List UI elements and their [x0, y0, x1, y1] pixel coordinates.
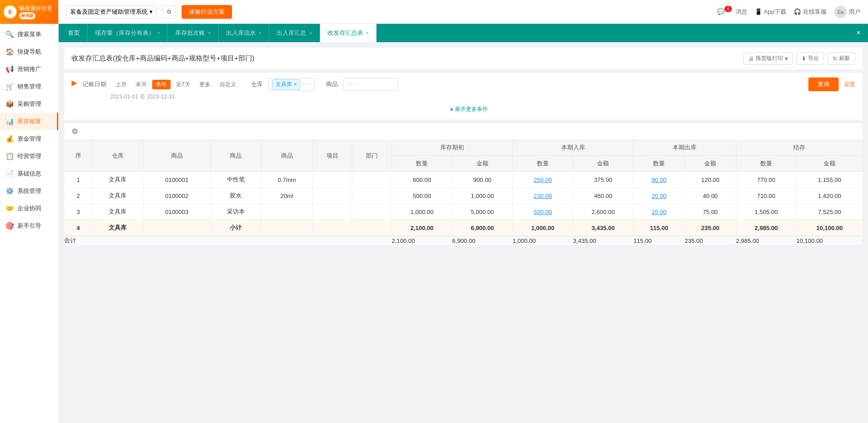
sidebar-item-marketing[interactable]: 📢 营销推广: [0, 60, 58, 78]
footer-out-qty: 115.00: [633, 236, 685, 245]
filter-collapse-arrow[interactable]: ▶: [72, 78, 77, 87]
cell-goods-spec: [261, 220, 313, 236]
cell-out-qty[interactable]: 80.00: [633, 172, 685, 188]
cell-balance-amt: 1,155.00: [796, 172, 862, 188]
finance-icon: 💰: [6, 135, 14, 143]
date-range-display: 2023-01-01 至 2023-12-31: [110, 93, 175, 100]
sidebar-item-purchase[interactable]: 📦 采购管理: [0, 95, 58, 113]
notification-count: 6: [724, 6, 732, 12]
table-settings-icon[interactable]: ⚙: [72, 127, 78, 136]
footer-balance-amt: 10,100.00: [796, 236, 862, 245]
sidebar-item-basic-info[interactable]: 📄 基础信息: [0, 165, 58, 182]
cell-goods-code: 0100003: [143, 204, 210, 220]
system-selector[interactable]: 装备及固定资产辅助管理系统 ▾: [66, 5, 157, 18]
date-tab-last-month[interactable]: 上月: [112, 80, 130, 89]
data-table: 序 仓库 商品 商品 商品 项目 部门 库存期初 本期入库 本期出库 结存 数量: [64, 140, 862, 245]
th-goods-code: 商品: [143, 140, 210, 172]
tab-inout-summary-close[interactable]: ×: [309, 30, 312, 36]
sidebar-item-inventory[interactable]: 📊 库存核算: [0, 113, 58, 130]
sidebar-item-enterprise-label: 企业协同: [17, 204, 41, 213]
th-goods-name: 商品: [210, 140, 261, 172]
sidebar-item-sales[interactable]: 🛒 销售管理: [0, 78, 58, 95]
sidebar-item-enterprise[interactable]: 🤝 企业协同: [0, 200, 58, 217]
cell-out-qty[interactable]: 15.00: [633, 204, 685, 220]
date-tab-this-month[interactable]: 本月: [132, 80, 150, 89]
warehouse-tag-remove[interactable]: ×: [294, 81, 297, 88]
marketing-icon: 📢: [6, 65, 14, 73]
cell-opening-amt: 900.00: [452, 172, 513, 188]
settings-link[interactable]: 设置: [844, 81, 855, 88]
topbar-settings-button[interactable]: ⚙: [162, 5, 176, 19]
tab-batch-ledger-label: 库存批次账: [175, 29, 205, 37]
tab-receive-send-summary[interactable]: 收发存汇总表 ×: [320, 24, 376, 42]
print-chevron-icon: ▾: [785, 55, 788, 62]
date-tab-7days[interactable]: 近7天: [172, 80, 194, 89]
expand-conditions-button[interactable]: ▾ 展开更多条件: [448, 104, 490, 115]
sidebar-item-guide[interactable]: 🎯 新手引导: [0, 217, 58, 235]
purchase-icon: 📦: [6, 100, 14, 108]
cell-goods-name: 中性笔: [210, 172, 261, 188]
tab-inventory-dist-close[interactable]: ×: [157, 30, 160, 36]
sidebar-item-operations[interactable]: 📋 经营管理: [0, 148, 58, 165]
sidebar-item-search[interactable]: 🔍 搜索菜单: [0, 26, 58, 43]
cell-goods-spec: 0.7mm: [261, 172, 313, 188]
tab-inventory-dist-label: 现存量（库存分布表）: [95, 29, 155, 37]
export-button[interactable]: ⬇ 导出: [796, 52, 824, 65]
refresh-button[interactable]: ↻ 刷新: [828, 52, 855, 65]
sidebar-item-sales-label: 销售管理: [17, 82, 41, 91]
footer-balance-qty: 2,985.00: [736, 236, 796, 245]
trial-button[interactable]: 体验行业方案: [182, 5, 232, 19]
tab-home[interactable]: 首页: [61, 24, 88, 42]
th-in-group: 本期入库: [513, 140, 634, 156]
cell-balance-qty: 710.00: [736, 188, 796, 204]
tab-batch-ledger[interactable]: 库存批次账 ×: [168, 24, 218, 42]
cell-out-qty[interactable]: 20.00: [633, 188, 685, 204]
th-out-qty: 数量: [633, 156, 685, 172]
sidebar-item-finance[interactable]: 💰 资金管理: [0, 130, 58, 148]
sidebar-item-quick-nav[interactable]: 🏠 快捷导航: [0, 43, 58, 60]
cell-goods-code: 0100001: [143, 172, 210, 188]
tab-inventory-dist[interactable]: 现存量（库存分布表） ×: [88, 24, 168, 42]
warehouse-more-dots[interactable]: ···: [302, 80, 311, 88]
date-tab-custom[interactable]: 自定义: [216, 80, 240, 89]
table-toolbar: ⚙: [64, 123, 862, 140]
notification-item[interactable]: 💬 6 消息: [717, 8, 747, 16]
sidebar-item-quick-nav-label: 快捷导航: [17, 48, 41, 56]
footer-in-amt: 3,435.00: [573, 236, 634, 245]
query-button[interactable]: 查询: [808, 77, 839, 91]
th-balance-qty: 数量: [736, 156, 796, 172]
cell-in-qty[interactable]: 1,000.00: [513, 220, 573, 236]
cell-serial: 2: [64, 188, 93, 204]
user-item[interactable]: Ea 用户: [834, 5, 861, 18]
cell-goods-spec: 20ml: [261, 188, 313, 204]
tab-inout-flow[interactable]: 出入库流水 ×: [219, 24, 269, 42]
goods-more-dots[interactable]: ···: [348, 80, 356, 88]
tab-inout-flow-close[interactable]: ×: [259, 30, 261, 36]
cell-goods-name: 胶水: [210, 188, 261, 204]
avatar: Ea: [834, 5, 847, 18]
search-icon: 🔍: [6, 30, 14, 38]
warehouse-tag: 文具库 ×: [272, 79, 300, 90]
online-service-item[interactable]: 🎧 在线客服: [794, 8, 827, 16]
inventory-icon: 📊: [6, 117, 14, 126]
cell-out-qty[interactable]: 115.00: [633, 220, 685, 236]
tabbar-close-all[interactable]: ×: [851, 29, 866, 37]
tab-inout-summary[interactable]: 出入库汇总 ×: [269, 24, 320, 42]
cell-in-qty[interactable]: 520.00: [513, 204, 573, 220]
app-download-label: App下载: [764, 8, 786, 16]
print-button[interactable]: 🖨 拣货版打印 ▾: [743, 52, 793, 65]
app-download-item[interactable]: 📱 App下载: [755, 8, 786, 16]
date-tab-more[interactable]: 更多: [196, 80, 214, 89]
tab-receive-send-summary-close[interactable]: ×: [366, 30, 369, 36]
sidebar-item-system[interactable]: ⚙️ 系统管理: [0, 182, 58, 200]
cell-in-qty[interactable]: 250.00: [513, 172, 573, 188]
cell-in-qty[interactable]: 230.00: [513, 188, 573, 204]
th-in-amt: 金额: [573, 156, 634, 172]
date-tab-this-year[interactable]: 本年: [152, 80, 171, 89]
topbar: 装备及固定资产辅助管理系统 ▾ ⚙ 体验行业方案 💬 6 消息 📱 App下载 …: [59, 0, 868, 24]
topbar-right: 💬 6 消息 📱 App下载 🎧 在线客服 Ea 用户: [717, 5, 861, 18]
tab-batch-ledger-close[interactable]: ×: [208, 30, 210, 36]
sidebar-item-purchase-label: 采购管理: [17, 100, 41, 108]
cell-warehouse: 文具库: [93, 220, 143, 236]
cell-balance-amt: 10,100.00: [796, 220, 862, 236]
